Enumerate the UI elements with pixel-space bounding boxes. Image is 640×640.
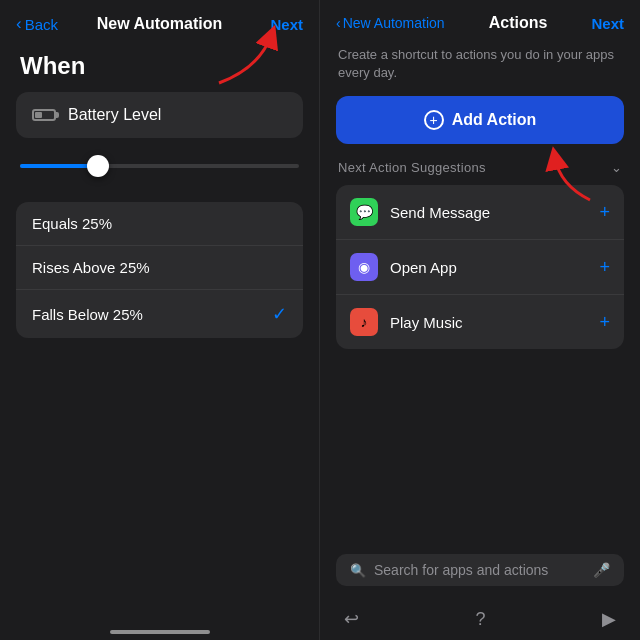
home-indicator <box>110 630 210 634</box>
suggestion-list: 💬 Send Message + ◉ Open App + ♪ Play Mus… <box>336 185 624 349</box>
option-equals[interactable]: Equals 25% <box>16 202 303 246</box>
back-button[interactable]: ‹ Back <box>16 14 58 34</box>
slider-thumb[interactable] <box>87 155 109 177</box>
search-bar[interactable]: 🔍 Search for apps and actions 🎤 <box>336 554 624 586</box>
slider-track[interactable] <box>20 164 299 168</box>
left-panel: ‹ Back New Automation Next When Battery … <box>0 0 320 640</box>
suggestions-title: Next Action Suggestions <box>338 160 486 175</box>
add-action-button[interactable]: + Add Action <box>336 96 624 144</box>
add-action-plus-icon: + <box>424 110 444 130</box>
right-nav-title: Actions <box>489 14 548 32</box>
search-icon: 🔍 <box>350 563 366 578</box>
suggestion-play-music[interactable]: ♪ Play Music + <box>336 295 624 349</box>
mic-icon[interactable]: 🎤 <box>593 562 610 578</box>
search-bar-container: 🔍 Search for apps and actions 🎤 <box>320 546 640 594</box>
send-message-icon: 💬 <box>350 198 378 226</box>
options-section: Equals 25% Rises Above 25% Falls Below 2… <box>16 202 303 338</box>
suggestion-open-app[interactable]: ◉ Open App + <box>336 240 624 295</box>
back-chevron-icon: ‹ <box>16 14 22 34</box>
option-equals-text: Equals 25% <box>32 215 112 232</box>
right-chevron-icon: ‹ <box>336 15 341 31</box>
left-nav-bar: ‹ Back New Automation Next <box>0 0 319 44</box>
play-music-add-icon[interactable]: + <box>599 312 610 333</box>
right-next-button[interactable]: Next <box>591 15 624 32</box>
option-rises-text: Rises Above 25% <box>32 259 150 276</box>
right-nav-bar: ‹ New Automation Actions Next <box>320 0 640 42</box>
battery-icon <box>32 109 56 121</box>
option-falls-text: Falls Below 25% <box>32 306 143 323</box>
suggestions-header[interactable]: Next Action Suggestions ⌄ <box>320 144 640 185</box>
battery-slider-container <box>16 154 303 178</box>
checkmark-icon: ✓ <box>272 303 287 325</box>
open-app-label: Open App <box>390 259 587 276</box>
open-app-add-icon[interactable]: + <box>599 257 610 278</box>
play-music-label: Play Music <box>390 314 587 331</box>
right-back-button[interactable]: ‹ New Automation <box>336 15 445 31</box>
back-label: Back <box>25 16 58 33</box>
battery-row[interactable]: Battery Level <box>16 92 303 138</box>
suggestions-chevron-icon: ⌄ <box>611 160 622 175</box>
option-rises[interactable]: Rises Above 25% <box>16 246 303 290</box>
bottom-toolbar: ↩ ? ▶ <box>320 608 640 630</box>
left-nav-title: New Automation <box>97 15 223 33</box>
play-music-icon: ♪ <box>350 308 378 336</box>
play-button[interactable]: ▶ <box>602 608 616 630</box>
send-message-label: Send Message <box>390 204 587 221</box>
right-panel: ‹ New Automation Actions Next Create a s… <box>320 0 640 640</box>
open-app-icon: ◉ <box>350 253 378 281</box>
right-description: Create a shortcut to actions you do in y… <box>320 42 640 96</box>
add-action-label: Add Action <box>452 111 537 129</box>
suggestion-send-message[interactable]: 💬 Send Message + <box>336 185 624 240</box>
left-next-button[interactable]: Next <box>270 16 303 33</box>
search-placeholder: Search for apps and actions <box>374 562 585 578</box>
right-back-label: New Automation <box>343 15 445 31</box>
help-button[interactable]: ? <box>475 609 485 630</box>
when-label: When <box>0 44 319 92</box>
send-message-add-icon[interactable]: + <box>599 202 610 223</box>
battery-label: Battery Level <box>68 106 161 124</box>
undo-button[interactable]: ↩ <box>344 608 359 630</box>
option-falls[interactable]: Falls Below 25% ✓ <box>16 290 303 338</box>
